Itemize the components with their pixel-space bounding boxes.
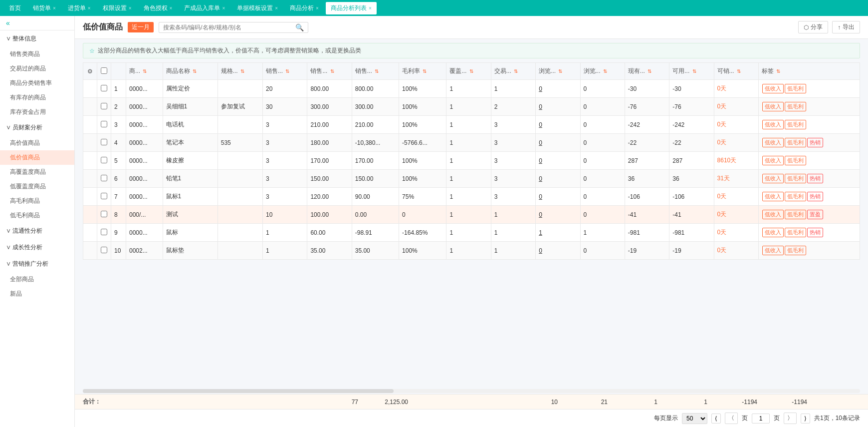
sidebar-item-category-sales-rate[interactable]: 商品分类销售率: [0, 76, 74, 90]
row-checkbox[interactable]: [101, 175, 107, 181]
checkbox-cell[interactable]: [97, 188, 111, 206]
table-row[interactable]: 9 0000... 鼠标 1 60.00 -98.91 -164.85% 1 1…: [83, 224, 860, 242]
col-tags[interactable]: 标签 ⇅: [758, 63, 860, 80]
nav-close-icon[interactable]: ×: [170, 5, 173, 11]
nav-role-auth[interactable]: 角色授权 ×: [139, 2, 178, 14]
nav-permission-settings[interactable]: 权限设置 ×: [98, 2, 137, 14]
select-all-checkbox[interactable]: [101, 67, 107, 74]
scroll-bar[interactable]: [83, 389, 860, 393]
table-row[interactable]: 4 0000... 笔记本 535 3 180.00 -10,380... -5…: [83, 134, 860, 152]
col-qty[interactable]: 销售... ⇅: [263, 63, 307, 80]
col-margin[interactable]: 毛利率 ⇅: [399, 63, 446, 80]
last-page-button[interactable]: ⟩: [801, 414, 810, 424]
row-checkbox[interactable]: [101, 193, 107, 199]
sidebar-item-high-value[interactable]: 高价值商品: [0, 136, 74, 150]
sidebar-item-high-coverage[interactable]: 高覆盖度商品: [0, 165, 74, 179]
sidebar-group-overview-title[interactable]: ∨ 整体信息: [0, 30, 74, 47]
row-checkbox[interactable]: [101, 229, 107, 235]
row-view1[interactable]: 0: [536, 242, 580, 260]
sidebar-item-low-margin[interactable]: 低毛利商品: [0, 208, 74, 223]
sidebar-collapse-button[interactable]: «: [4, 19, 12, 27]
scroll-thumb[interactable]: [83, 389, 394, 393]
row-checkbox[interactable]: [101, 85, 107, 91]
checkbox-cell[interactable]: [97, 152, 111, 170]
nav-product-warehouse[interactable]: 产成品入库单 ×: [179, 2, 230, 14]
sidebar-item-new-products[interactable]: 新品: [0, 287, 74, 301]
table-row[interactable]: 5 0000... 橡皮擦 3 170.00 170.00 100% 1 3 0…: [83, 152, 860, 170]
nav-product-analysis[interactable]: 商品分析 ×: [285, 2, 324, 14]
view-link[interactable]: 0: [539, 139, 542, 146]
nav-close-icon[interactable]: ×: [88, 5, 91, 11]
prev-page-button[interactable]: 〈: [725, 413, 738, 424]
col-sales2[interactable]: 销售... ⇅: [352, 63, 399, 80]
nav-close-icon[interactable]: ×: [275, 5, 278, 11]
table-row[interactable]: 1 0000... 属性定价 20 800.00 800.00 100% 1 1…: [83, 80, 860, 98]
nav-product-analysis-list[interactable]: 商品分析列表 ×: [326, 2, 377, 14]
view-link[interactable]: 1: [539, 229, 542, 236]
nav-close-icon[interactable]: ×: [222, 5, 225, 11]
nav-close-icon[interactable]: ×: [53, 5, 56, 11]
checkbox-cell[interactable]: [97, 98, 111, 116]
sidebar-item-stocked-products[interactable]: 有库存的商品: [0, 90, 74, 105]
row-view1[interactable]: 0: [536, 116, 580, 134]
row-checkbox[interactable]: [101, 157, 107, 163]
sidebar-group-financial-title[interactable]: ∨ 员财案分析: [0, 119, 74, 136]
checkbox-cell[interactable]: [97, 116, 111, 134]
sidebar-item-high-margin[interactable]: 高毛利商品: [0, 194, 74, 208]
col-trade[interactable]: 交易... ⇅: [491, 63, 535, 80]
row-view1[interactable]: 1: [536, 224, 580, 242]
row-checkbox[interactable]: [101, 103, 107, 109]
nav-close-icon[interactable]: ×: [316, 5, 319, 11]
col-sales1[interactable]: 销售... ⇅: [307, 63, 352, 80]
view-link[interactable]: 0: [539, 157, 542, 164]
page-number-input[interactable]: [752, 414, 770, 424]
view-link[interactable]: 0: [539, 193, 542, 200]
sidebar-group-liquidity-title[interactable]: ∨ 流通性分析: [0, 223, 74, 239]
sidebar-item-low-value[interactable]: 低价值商品: [0, 150, 74, 165]
col-stock2[interactable]: 可用... ⇅: [669, 63, 714, 80]
table-row[interactable]: 8 000/... 测试 10 100.00 0.00 0 1 1 0 0 -4…: [83, 206, 860, 224]
col-name[interactable]: 商品名称 ⇅: [163, 63, 217, 80]
share-button[interactable]: ⬡ 分享: [798, 21, 828, 33]
sidebar-group-growth-title[interactable]: ∨ 成长性分析: [0, 239, 74, 256]
row-view1[interactable]: 0: [536, 170, 580, 188]
col-stock1[interactable]: 现有... ⇅: [625, 63, 669, 80]
table-row[interactable]: 2 0000... 吴细细1 参加复试 30 300.00 300.00 100…: [83, 98, 860, 116]
nav-sales-order[interactable]: 销货单 ×: [28, 2, 61, 14]
export-button[interactable]: ↑ 导出: [832, 21, 860, 33]
nav-close-icon[interactable]: ×: [129, 5, 132, 11]
next-page-button[interactable]: 〉: [784, 413, 797, 424]
search-input[interactable]: [163, 24, 295, 31]
view-link[interactable]: 0: [539, 103, 542, 110]
sidebar-group-marketing-title[interactable]: ∨ 营销推广分析: [0, 256, 74, 272]
col-spec[interactable]: 规格... ⇅: [217, 63, 262, 80]
view-link[interactable]: 0: [539, 175, 542, 182]
sidebar-item-low-coverage[interactable]: 低覆盖度商品: [0, 179, 74, 194]
row-view1[interactable]: 0: [536, 152, 580, 170]
row-view1[interactable]: 0: [536, 188, 580, 206]
row-view1[interactable]: 0: [536, 134, 580, 152]
table-row[interactable]: 7 0000... 鼠标1 3 120.00 90.00 75% 1 3 0 0…: [83, 188, 860, 206]
row-view1[interactable]: 0: [536, 206, 580, 224]
table-row[interactable]: 3 0000... 电话机 3 210.00 210.00 100% 1 3 0…: [83, 116, 860, 134]
checkbox-cell[interactable]: [97, 170, 111, 188]
col-coverage[interactable]: 覆盖... ⇅: [446, 63, 491, 80]
sidebar-item-traded-products[interactable]: 交易过的商品: [0, 61, 74, 76]
view-link[interactable]: 0: [539, 211, 542, 218]
search-icon[interactable]: 🔍: [295, 23, 304, 31]
nav-template-settings[interactable]: 单据模板设置 ×: [232, 2, 283, 14]
view-link[interactable]: 0: [539, 121, 542, 128]
col-checkbox[interactable]: [97, 63, 111, 80]
col-code[interactable]: 商... ⇅: [126, 63, 163, 80]
row-checkbox[interactable]: [101, 247, 107, 253]
col-sales-days[interactable]: 可销... ⇅: [714, 63, 758, 80]
time-filter-button[interactable]: 近一月: [128, 22, 154, 32]
nav-close-icon[interactable]: ×: [369, 5, 372, 11]
nav-home[interactable]: 首页: [4, 2, 26, 14]
row-checkbox[interactable]: [101, 121, 107, 127]
view-link[interactable]: 0: [539, 247, 542, 254]
checkbox-cell[interactable]: [97, 134, 111, 152]
row-checkbox[interactable]: [101, 211, 107, 217]
checkbox-cell[interactable]: [97, 80, 111, 98]
checkbox-cell[interactable]: [97, 206, 111, 224]
